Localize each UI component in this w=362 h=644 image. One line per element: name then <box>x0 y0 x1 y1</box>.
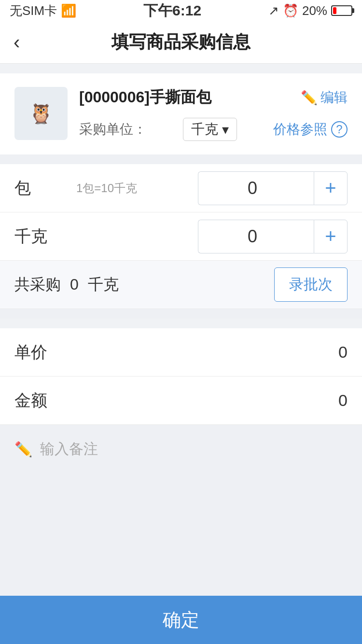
batch-button[interactable]: 录批次 <box>274 267 348 302</box>
note-section[interactable]: ✏️ 输入备注 <box>0 425 362 473</box>
total-row: 共采购 0 千克 录批次 <box>0 261 362 309</box>
bag-row: 包 1包=10千克 + <box>0 164 362 212</box>
product-info: [0000006]手撕面包 ✏️ 编辑 采购单位： 千克 ▾ 价格参照 ? <box>79 87 348 141</box>
note-placeholder: 输入备注 <box>40 439 98 459</box>
unit-dropdown-icon: ▾ <box>222 122 229 138</box>
edit-icon: ✏️ <box>301 90 318 106</box>
alarm-icon: ⏰ <box>283 3 298 18</box>
purchase-unit-label: 采购单位： <box>79 120 147 139</box>
total-unit: 千克 <box>88 276 119 293</box>
page-title: 填写商品采购信息 <box>111 30 251 54</box>
unit-price-label: 单价 <box>14 341 47 364</box>
confirm-bar[interactable]: 确定 <box>0 596 362 644</box>
kg-plus-button[interactable]: + <box>314 220 348 253</box>
unit-price-value: 0 <box>338 343 348 362</box>
total-prefix: 共采购 <box>14 276 61 293</box>
battery-fill <box>333 7 336 14</box>
unit-price-row: 单价 0 <box>0 328 362 377</box>
amount-row: 金额 0 <box>0 377 362 425</box>
wifi-icon: 📶 <box>61 3 76 18</box>
help-icon: ? <box>331 121 348 138</box>
purchase-unit-row: 采购单位： 千克 ▾ 价格参照 ? <box>79 118 348 141</box>
status-bar: 无SIM卡 📶 下午6:12 ↗ ⏰ 20% <box>0 0 362 21</box>
nav-bar: ‹ 填写商品采购信息 <box>0 21 362 64</box>
bag-label: 包 <box>14 177 72 199</box>
bag-sublabel: 1包=10千克 <box>76 181 198 196</box>
kg-input-control: + <box>198 220 348 253</box>
confirm-button[interactable]: 确定 <box>163 608 199 632</box>
status-left: 无SIM卡 📶 <box>10 2 76 19</box>
product-image: 🦉 <box>14 87 68 140</box>
unit-value: 千克 <box>191 120 218 139</box>
product-logo: 🦉 <box>29 102 53 125</box>
product-card: 🦉 [0000006]手撕面包 ✏️ 编辑 采购单位： 千克 ▾ 价格参照 ? <box>0 73 362 154</box>
amount-value: 0 <box>338 391 348 410</box>
price-ref-button[interactable]: 价格参照 ? <box>273 120 348 139</box>
bag-input-control: + <box>198 171 348 205</box>
kg-quantity-input[interactable] <box>198 220 314 253</box>
unit-select[interactable]: 千克 ▾ <box>183 118 237 141</box>
price-section: 单价 0 金额 0 <box>0 328 362 425</box>
location-icon: ↗ <box>268 3 279 18</box>
status-time: 下午6:12 <box>143 1 201 21</box>
kg-label: 千克 <box>14 225 72 248</box>
back-button[interactable]: ‹ <box>14 31 20 53</box>
status-right: ↗ ⏰ 20% <box>268 3 352 18</box>
product-name-row: [0000006]手撕面包 ✏️ 编辑 <box>79 87 348 108</box>
bag-plus-button[interactable]: + <box>314 171 348 205</box>
section-divider-1 <box>0 154 362 164</box>
input-section: 包 1包=10千克 + 千克 + <box>0 164 362 261</box>
battery-label: 20% <box>302 3 327 18</box>
battery-icon <box>331 5 352 16</box>
pencil-icon: ✏️ <box>14 441 32 458</box>
edit-button[interactable]: ✏️ 编辑 <box>301 88 348 107</box>
bag-quantity-input[interactable] <box>198 171 314 205</box>
total-text: 共采购 0 千克 <box>14 274 119 295</box>
kg-row: 千克 + <box>0 212 362 261</box>
section-divider-2 <box>0 309 362 319</box>
carrier-label: 无SIM卡 <box>10 2 57 19</box>
total-amount: 0 <box>70 276 79 293</box>
amount-label: 金额 <box>14 390 47 412</box>
product-name: [0000006]手撕面包 <box>79 87 211 108</box>
